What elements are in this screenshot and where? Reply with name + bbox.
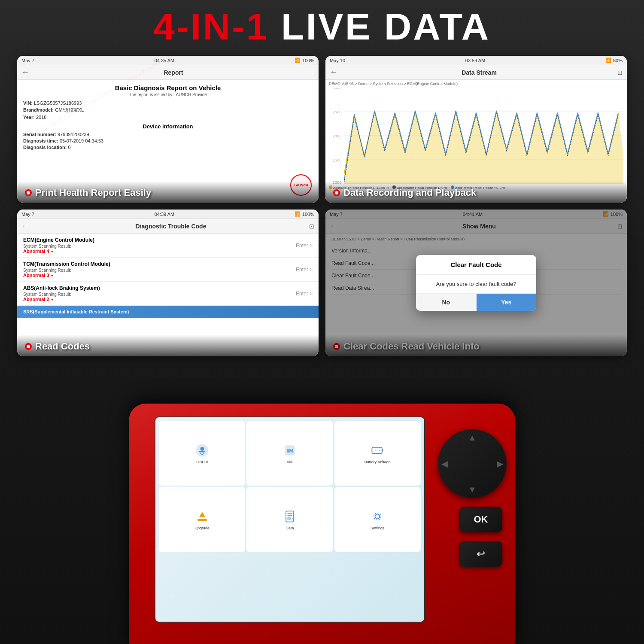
menu-icon-bl[interactable]: ⊡ xyxy=(309,223,314,230)
srs-module-name: SRS(Supplemental Inflatable Restraint Sy… xyxy=(23,309,313,314)
back-button[interactable]: ↩ xyxy=(459,541,502,567)
report-main-title: Basic Diagnosis Report on Vehicle xyxy=(23,84,313,91)
svg-text:2500: 2500 xyxy=(333,110,342,115)
battery-voltage-icon: + - xyxy=(370,443,385,458)
abs-abnormal: Abnormal 2 xyxy=(23,297,51,302)
diag-loc-value: 0 xyxy=(68,145,71,150)
status-time-bl: 04:39 AM xyxy=(155,212,174,217)
hero-title-section: 4-IN-1 LIVE DATA xyxy=(0,8,644,46)
screen-cell-settings[interactable]: Settings xyxy=(334,487,421,552)
svg-text:+: + xyxy=(375,448,377,452)
svg-text:-: - xyxy=(379,448,380,452)
ecm-enter[interactable]: Enter > xyxy=(296,243,313,249)
screen-cell-obdii[interactable]: OBD II xyxy=(159,421,245,486)
dtc-item-tcm-left: TCM(Transmission Control Module) System … xyxy=(23,261,110,278)
report-subtitle: The report is issued by LAUNCH Provide xyxy=(23,92,313,97)
dpad-up-arrow[interactable]: ▲ xyxy=(468,433,477,443)
brand-label: Brand/model: xyxy=(23,107,54,112)
back-arrow-tl[interactable]: ← xyxy=(21,68,29,77)
data-icon: 1010 xyxy=(282,509,298,524)
svg-point-38 xyxy=(375,514,380,519)
svg-rect-31 xyxy=(197,519,207,521)
modal-yes-button[interactable]: Yes xyxy=(477,294,537,311)
battery-icon-bl: 100% xyxy=(302,212,314,217)
dtc-item-ecm-left: ECM(Engine Control Module) System Scanni… xyxy=(23,237,94,254)
screen-cell-upgrade[interactable]: Upgrade xyxy=(159,487,245,552)
diag-loc-label: Diagnosis location: xyxy=(23,145,67,150)
diag-time-value: 05-07-2019 04:34:53 xyxy=(60,138,103,143)
vin-label: VIN: xyxy=(23,100,33,106)
device-screen-grid: OBD II I/M I/M + - Batter xyxy=(155,417,424,622)
svg-text:1500: 1500 xyxy=(333,158,342,163)
screen-cell-battery[interactable]: + - Battery Voltage xyxy=(334,421,421,486)
quadrant-label-bl: Read Codes xyxy=(17,337,319,356)
tcm-enter[interactable]: Enter > xyxy=(296,267,313,273)
throttle-fill xyxy=(344,112,623,184)
tcm-abnormal: Abnormal 3 xyxy=(23,273,51,278)
modal-overlay: Clear Fault Code Are you sure to clear f… xyxy=(325,210,627,356)
screen-cell-im[interactable]: I/M I/M xyxy=(246,421,333,486)
quadrant-report: May 7 04:35 AM 📶 100% ← Report 大卖 LAUNCH… xyxy=(17,56,319,203)
battery-label: Battery Voltage xyxy=(365,460,391,464)
hero-title-highlight: 4-IN-1 xyxy=(154,5,269,48)
dpad-area: ▲ ▼ ◀ ▶ xyxy=(438,429,507,498)
wifi-icon: 📶 xyxy=(295,58,301,63)
dtc-item-tcm[interactable]: TCM(Transmission Control Module) System … xyxy=(17,258,319,282)
im-label: I/M xyxy=(287,460,293,464)
svg-point-23 xyxy=(200,447,204,451)
svg-text:1010: 1010 xyxy=(286,517,293,521)
dpad-down-arrow[interactable]: ▼ xyxy=(468,485,477,495)
back-arrow-bl[interactable]: ← xyxy=(21,222,29,231)
obdii-label: OBD II xyxy=(196,460,208,464)
dtc-item-ecm[interactable]: ECM(Engine Control Module) System Scanni… xyxy=(17,234,319,258)
dtc-content: ECM(Engine Control Module) System Scanni… xyxy=(17,234,319,339)
device-screen: OBD II I/M I/M + - Batter xyxy=(155,416,425,623)
vin-value: LSGZG5357JS186993 xyxy=(34,100,82,106)
app-header-bl: ← Diagnostic Trouble Code ⊡ xyxy=(17,219,319,234)
modal-no-button[interactable]: No xyxy=(416,294,477,311)
chart-breadcrumb: DEMO V15.03 > Demo > System Selection > … xyxy=(329,82,623,86)
ok-button[interactable]: OK xyxy=(459,507,502,532)
battery-icon-tl: 100% xyxy=(302,58,314,63)
year-value: 2018 xyxy=(36,115,46,120)
tcm-triangle: ▼ xyxy=(51,274,54,278)
dtc-item-abs[interactable]: ABS(Anti-lock Braking System) System Sca… xyxy=(17,282,319,306)
quadrant-label-tr: Data Recording and Playback xyxy=(325,183,627,203)
report-serial: Serial number: 979391200239 xyxy=(23,132,313,137)
abs-enter[interactable]: Enter > xyxy=(296,291,313,297)
dtc-item-srs[interactable]: SRS(Supplemental Inflatable Restraint Sy… xyxy=(17,306,319,318)
status-icons-tl: 📶 100% xyxy=(295,58,314,63)
back-arrow-tr[interactable]: ← xyxy=(330,68,337,77)
abs-triangle: ▼ xyxy=(51,298,54,302)
quadrant-datastream: May 10 03:59 AM 📶 80% ← Data Stream ⊡ DE… xyxy=(325,56,627,203)
battery-icon-tr: 80% xyxy=(613,58,623,63)
svg-rect-24 xyxy=(199,451,205,452)
diag-time-label: Diagnosis time: xyxy=(23,138,58,143)
dpad-left-arrow[interactable]: ◀ xyxy=(441,459,448,469)
status-date-bl: May 7 xyxy=(21,212,34,217)
abs-module-name: ABS(Anti-lock Braking System) xyxy=(23,285,100,291)
report-diag-loc: Diagnosis location: 0 xyxy=(23,145,313,150)
label-text-tr: Data Recording and Playback xyxy=(343,187,476,198)
status-bar-tl: May 7 04:35 AM 📶 100% xyxy=(17,56,319,65)
dpad-right-arrow[interactable]: ▶ xyxy=(497,459,503,469)
hero-title-main: LIVE DATA xyxy=(269,5,490,48)
dtc-item-abs-left: ABS(Anti-lock Braking System) System Sca… xyxy=(23,285,100,302)
screen-cell-data[interactable]: 1010 Data xyxy=(246,487,333,552)
clear-fault-modal: Clear Fault Code Are you sure to clear f… xyxy=(416,255,536,311)
status-bar-bl: May 7 04:39 AM 📶 100% xyxy=(17,210,319,219)
label-bullet-tr xyxy=(333,189,340,196)
menu-icon-tr[interactable]: ⊡ xyxy=(617,69,623,76)
settings-icon xyxy=(370,509,385,524)
status-time-tl: 04:35 AM xyxy=(155,58,174,63)
serial-value: 979391200239 xyxy=(58,132,89,137)
serial-label: Serial number: xyxy=(23,132,56,137)
header-title-tl: Report xyxy=(33,69,314,76)
label-text-tl: Print Health Report Easily xyxy=(35,187,151,198)
quadrant-dtc: May 7 04:39 AM 📶 100% ← Diagnostic Troub… xyxy=(17,210,319,356)
label-bullet-tl xyxy=(25,189,32,196)
quadrant-label-tl: Print Health Report Easily xyxy=(17,183,319,203)
status-date-tl: May 7 xyxy=(21,58,34,63)
status-icons-bl: 📶 100% xyxy=(295,211,314,217)
ecm-abnormal: Abnormal 4 xyxy=(23,249,51,254)
